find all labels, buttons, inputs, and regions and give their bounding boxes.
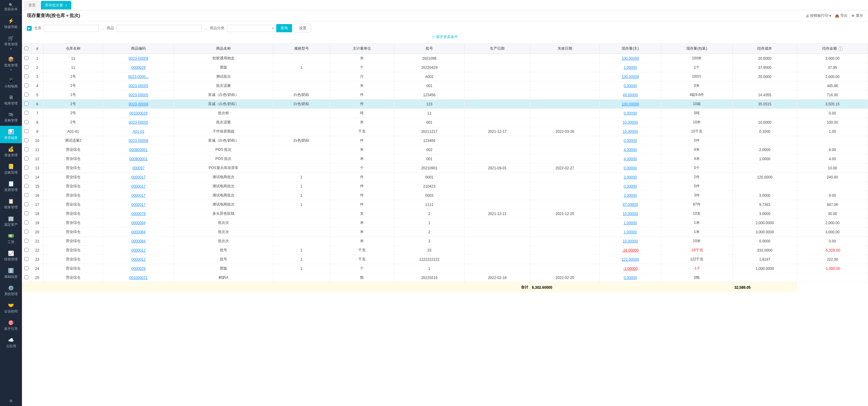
row-check[interactable] [22, 273, 31, 282]
row-code[interactable]: 0000084 [103, 218, 174, 228]
row-qty-main[interactable]: 1.00000 [600, 63, 661, 72]
row-qty-main[interactable]: 1.00000 [600, 218, 661, 228]
row-code[interactable]: 0000084 [103, 228, 174, 237]
row-code[interactable]: A01-01 [103, 127, 174, 136]
row-check[interactable] [22, 100, 31, 109]
row-qty-main[interactable]: 10.00000 [600, 127, 661, 136]
amount-info-icon[interactable]: i [838, 46, 843, 51]
row-check[interactable] [22, 136, 31, 145]
row-code[interactable]: 000900001 [103, 145, 174, 155]
row-check[interactable] [22, 127, 31, 136]
row-check[interactable] [22, 173, 31, 182]
select-all-checkbox[interactable] [24, 46, 28, 50]
show-btn[interactable]: 👁 显示 [851, 13, 863, 18]
row-qty-main[interactable]: 2.00000 [600, 173, 661, 182]
row-check[interactable] [22, 218, 31, 228]
product-input[interactable] [117, 25, 202, 32]
row-check[interactable] [22, 145, 31, 155]
row-code[interactable]: 0000084 [103, 237, 174, 246]
sidebar-item-tax[interactable]: 📋 税务管理 [0, 195, 22, 212]
table-wrap[interactable]: # 仓库名称 商品编码 商品名称 规格型号 主计量单位 批号 生产日期 失效日期… [22, 43, 868, 406]
row-qty-main[interactable]: 0.00000 [600, 273, 661, 282]
sidebar-item-payroll[interactable]: 💵 工资 [0, 230, 22, 247]
sidebar-item-inventory[interactable]: 📊 库存核算 [0, 126, 22, 143]
row-check[interactable] [22, 118, 31, 127]
sidebar-item-invoice[interactable]: 🧾 发票管理 [0, 178, 22, 195]
sidebar-item-mini-ecom[interactable]: 📱 小程电商 [0, 74, 22, 92]
row-qty-main[interactable]: 10.00000 [600, 237, 661, 246]
row-code[interactable]: 001000031 [103, 273, 174, 282]
row-check[interactable] [22, 81, 31, 91]
row-code[interactable]: 0023-00008 [103, 136, 174, 145]
sidebar-item-retail[interactable]: 🛒 零售管理 ▾ [0, 32, 22, 53]
row-qty-main[interactable]: 1.00000 [600, 228, 661, 237]
row-qty-main[interactable]: -16.00000 [600, 246, 661, 255]
sidebar-search[interactable]: 🔍 搜索菜单 [0, 0, 22, 15]
tab-inventory-batch[interactable]: 库存批次量 ✕ [41, 1, 71, 9]
export-btn[interactable]: 📤 导出 [835, 13, 847, 18]
row-check[interactable] [22, 246, 31, 255]
row-code[interactable]: 0023-00005 [103, 81, 174, 91]
search-btn[interactable]: 查询 [276, 24, 292, 32]
sidebar-item-cloud[interactable]: ☁️ 云应用 [0, 334, 22, 351]
row-qty-main[interactable]: 10.00000 [600, 209, 661, 218]
row-code[interactable]: 0000078 [103, 209, 174, 218]
row-code[interactable]: 0023-00005 [103, 118, 174, 127]
sidebar-item-new-guide[interactable]: 🎯 新手引导 [0, 317, 22, 334]
sidebar-item-base-info[interactable]: ℹ️ 基础信息 [0, 265, 22, 282]
expand-more-conditions[interactable]: ▽ 展开更多条件 [432, 34, 458, 40]
row-code[interactable]: 000900001 [103, 155, 174, 164]
row-check[interactable] [22, 72, 31, 81]
row-code[interactable]: 0000017 [103, 182, 174, 191]
sidebar-item-quick-nav[interactable]: ⚡ 快捷导航 [0, 15, 22, 32]
tab-home[interactable]: 首页 [24, 1, 40, 9]
col-check[interactable] [22, 43, 31, 54]
row-qty-main[interactable]: 87.00000 [600, 200, 661, 209]
sidebar-item-sys[interactable]: ⚙️ 系统管理 [0, 282, 22, 299]
row-code[interactable]: 0000017 [103, 173, 174, 182]
row-qty-main[interactable]: 122.00000 [600, 255, 661, 264]
row-check[interactable] [22, 54, 31, 63]
print-btn[interactable]: 🖨 按模板打印 ▾ [806, 13, 831, 18]
row-check[interactable] [22, 182, 31, 191]
row-qty-main[interactable]: 100.00000 [600, 100, 661, 109]
row-check[interactable] [22, 228, 31, 237]
sidebar-item-general[interactable]: 📒 总账管理 [0, 161, 22, 178]
sidebar-item-collab[interactable]: 🤝 企业协同 [0, 299, 22, 317]
row-check[interactable] [22, 200, 31, 209]
row-code[interactable]: 0023-00005 [103, 91, 174, 100]
row-check[interactable] [22, 237, 31, 246]
set-btn[interactable]: 设置 [294, 24, 311, 33]
row-qty-main[interactable]: 100.00000 [600, 72, 661, 81]
sidebar-item-purchase[interactable]: 🛍 采购管理 [0, 109, 22, 126]
row-code[interactable]: 0000012 [103, 255, 174, 264]
tab-close-icon[interactable]: ✕ [65, 4, 67, 7]
row-code[interactable]: 000097 [103, 164, 174, 173]
row-check[interactable] [22, 264, 31, 273]
row-qty-main[interactable]: 3.00000 [600, 191, 661, 200]
row-check[interactable] [22, 155, 31, 164]
row-check[interactable] [22, 91, 31, 100]
row-code[interactable]: 0000029 [103, 63, 174, 72]
row-code[interactable]: 0023-00008 [103, 100, 174, 109]
row-code[interactable]: 0000017 [103, 200, 174, 209]
filter-expand-arrow[interactable]: ▶ [27, 26, 32, 31]
row-qty-main[interactable]: 0.00000 [600, 136, 661, 145]
row-qty-main[interactable]: 100.00000 [600, 54, 661, 63]
row-code[interactable]: 001000026 [103, 109, 174, 118]
row-qty-main[interactable]: 0.00000 [600, 164, 661, 173]
sidebar-item-operation[interactable]: 📈 经营管理 [0, 247, 22, 265]
category-input[interactable] [227, 25, 276, 32]
row-code[interactable]: 0000012 [103, 246, 174, 255]
row-code[interactable]: 0023-0000... [103, 72, 174, 81]
row-check[interactable] [22, 255, 31, 264]
row-code[interactable]: 0000029 [103, 264, 174, 273]
sidebar-item-assets[interactable]: 💰 资金管理 [0, 143, 22, 161]
row-check[interactable] [22, 209, 31, 218]
sidebar-item-ecom[interactable]: 🖥 电商管理 [0, 92, 22, 109]
category-dropdown-icon[interactable]: ▾ [272, 26, 274, 30]
row-check[interactable] [22, 191, 31, 200]
row-qty-main[interactable]: 0.00000 [600, 109, 661, 118]
row-check[interactable] [22, 164, 31, 173]
row-qty-main[interactable]: 0.00000 [600, 81, 661, 91]
